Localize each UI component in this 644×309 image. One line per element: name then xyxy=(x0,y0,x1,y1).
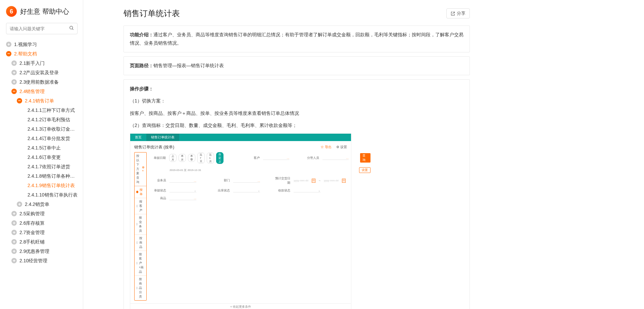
nav-item[interactable]: 2.9优惠券管理 xyxy=(6,247,78,256)
nav-item[interactable]: 2.3使用前数据准备 xyxy=(6,77,78,87)
nav-label: 2.4.2销货单 xyxy=(25,200,49,209)
nav-item[interactable]: 2.7资金管理 xyxy=(6,228,78,237)
nav-item[interactable]: 2.4.1.2订单毛利预估 xyxy=(6,115,78,124)
nav-item[interactable]: 2.8手机旺铺 xyxy=(6,237,78,247)
share-label: 分享 xyxy=(457,10,465,16)
expand-icon[interactable] xyxy=(11,230,17,235)
search-icon[interactable] xyxy=(69,26,74,32)
brand: 6 好生意 帮助中心 xyxy=(6,6,78,17)
expand-icon[interactable] xyxy=(11,60,17,66)
nav-label: 2.4销售管理 xyxy=(19,87,45,96)
main-content: 销售订单统计表 分享 功能介绍：通过客户、业务员、商品等维度查询销售订单的明细汇… xyxy=(83,0,644,309)
brand-text: 好生意 帮助中心 xyxy=(20,7,69,16)
nav-item[interactable]: 2.4.2销货单 xyxy=(6,200,78,209)
nav-item[interactable]: 2.6库存核算 xyxy=(6,218,78,228)
plan-option: 按业务员 xyxy=(135,214,146,234)
nav-item[interactable]: 2.帮助文档 xyxy=(6,49,78,58)
nav-tree: 1.视频学习2.帮助文档2.1新手入门2.2产品安装及登录2.3使用前数据准备2… xyxy=(6,40,78,265)
nav-label: 2.7资金管理 xyxy=(19,228,45,237)
nav-item[interactable]: 2.4销售管理 xyxy=(6,87,78,96)
step-2: （2）查询指标：交货日期、数量、成交金额、毛利、毛利率、累计收款金额等； xyxy=(130,121,463,130)
filter-plan-panel: 按以下方案查询⊕ « 按单按客户按业务员按商品按客户+商品按商品分类 xyxy=(134,152,147,301)
nav-item[interactable]: 2.2产品安装及登录 xyxy=(6,68,78,77)
nav-label: 2.4.1.1三种下订单方式 xyxy=(28,107,75,113)
share-button[interactable]: 分享 xyxy=(446,8,470,18)
nav-item[interactable]: 2.4.1.7依照订单进货 xyxy=(6,162,78,171)
nav-label: 2.4.1.3订单收取订金，销货单 xyxy=(28,126,78,132)
shot-tabs: 首页 销售订单统计表 xyxy=(130,134,351,141)
collapse-bar: « 收起更多条件 xyxy=(130,303,351,309)
nav-label: 2.4.1.2订单毛利预估 xyxy=(28,117,70,122)
nav-item[interactable]: 2.4.1.6订单变更 xyxy=(6,152,78,162)
lbl-status: 单据状态 xyxy=(149,188,166,193)
nav-item[interactable]: 2.4.1.1三种下订单方式 xyxy=(6,105,78,115)
expand-icon[interactable] xyxy=(11,79,17,85)
nav-item[interactable]: 2.4.1销售订单 xyxy=(6,96,78,105)
plan-option: 按单 xyxy=(135,186,146,198)
lbl-dept: 部门 xyxy=(213,178,230,183)
intro-lead: 功能介绍： xyxy=(130,32,153,37)
expand-icon[interactable] xyxy=(11,70,17,75)
lbl-out: 出库状态 xyxy=(213,188,230,193)
intro-card: 功能介绍：通过客户、业务员、商品等维度查询销售订单的明细汇总情况；有助于管理者了… xyxy=(123,26,470,52)
expand-icon[interactable] xyxy=(11,258,17,263)
nav-label: 2.4.1.10销售订单执行表 xyxy=(28,192,78,197)
screenshot-1: 首页 销售订单统计表 销售订单统计表 (按单) ☆ 导出 ⚙ 设置 按以下方案查… xyxy=(130,133,351,309)
date-pill: 本季 xyxy=(188,154,195,162)
search-box xyxy=(6,23,78,34)
path-card: 页面路径：销售管理—报表—销售订单统计表 xyxy=(123,56,470,75)
nav-label: 2.8手机旺铺 xyxy=(19,237,45,247)
shot-export: ☆ 导出 xyxy=(320,145,332,149)
lbl-goods: 商品 xyxy=(149,196,166,201)
nav-item[interactable]: 1.视频学习 xyxy=(6,40,78,49)
path-body: 销售管理—报表—销售订单统计表 xyxy=(153,63,224,68)
lbl-pay: 收款状态 xyxy=(274,188,290,193)
sidebar: 6 好生意 帮助中心 1.视频学习2.帮助文档2.1新手入门2.2产品安装及登录… xyxy=(0,0,83,309)
expand-icon[interactable] xyxy=(11,211,17,216)
nav-item[interactable]: 2.4.1.9销售订单统计表 xyxy=(6,181,78,190)
step-1-body: 按客户、按商品、按客户＋商品、按单、按业务员等维度来查看销售订单总体情况 xyxy=(130,109,463,118)
step-1: （1）切换方案： xyxy=(130,96,463,105)
svg-point-0 xyxy=(70,26,73,29)
nav-item[interactable]: 2.4.1.4订单分批发货 xyxy=(6,134,78,143)
date-pill: 本月 xyxy=(179,154,186,162)
nav-label: 1.视频学习 xyxy=(14,40,37,49)
expand-icon[interactable] xyxy=(6,42,11,47)
nav-label: 2.6库存核算 xyxy=(19,218,45,228)
expand-icon[interactable] xyxy=(17,202,22,207)
date-pill: 上月 xyxy=(169,154,177,162)
expand-icon[interactable] xyxy=(11,249,17,254)
date-pill: 自定义 xyxy=(216,152,224,164)
lbl-date: 单据日期 xyxy=(149,156,166,160)
shot-setting: ⚙ 设置 xyxy=(336,145,347,149)
collapse-icon[interactable] xyxy=(6,51,11,56)
btn-setting: 设置 xyxy=(359,167,370,173)
nav-item[interactable]: 2.4.1.5订单中止 xyxy=(6,143,78,152)
collapse-icon[interactable] xyxy=(17,98,22,103)
share-icon xyxy=(451,11,455,16)
nav-label: 2.5采购管理 xyxy=(19,209,45,218)
nav-label: 2.10经营管理 xyxy=(19,256,47,265)
filter-form: 单据日期 上月本月本季近7天近1月自定义 客户 … 分管人员 … 查询 xyxy=(149,152,370,301)
nav-label: 2.2产品安装及登录 xyxy=(19,68,59,77)
search-input[interactable] xyxy=(6,23,78,34)
nav-label: 2.4.1.7依照订单进货 xyxy=(28,164,70,169)
nav-label: 2.4.1.6订单变更 xyxy=(28,154,61,160)
nav-label: 2.9优惠券管理 xyxy=(19,247,49,256)
expand-icon[interactable] xyxy=(11,239,17,245)
nav-item[interactable]: 2.1新手入门 xyxy=(6,58,78,68)
nav-item[interactable]: 2.4.1.8销售订单各种状态 xyxy=(6,171,78,181)
date-pill: 近1月 xyxy=(207,152,214,164)
nav-item[interactable]: 2.5采购管理 xyxy=(6,209,78,218)
nav-item[interactable]: 2.4.1.3订单收取订金，销货单 xyxy=(6,124,78,134)
plan-option: 按商品分类 xyxy=(135,275,146,300)
logo-icon: 6 xyxy=(6,6,17,17)
nav-item[interactable]: 2.4.1.10销售订单执行表 xyxy=(6,190,78,200)
collapse-icon[interactable] xyxy=(11,89,17,94)
shot-tab-home: 首页 xyxy=(130,134,146,141)
nav-item[interactable]: 2.10经营管理 xyxy=(6,256,78,265)
expand-icon[interactable] xyxy=(11,220,17,226)
nav-label: 2.4.1销售订单 xyxy=(25,96,54,105)
nav-label: 2.4.1.4订单分批发货 xyxy=(28,136,70,141)
lbl-salesman: 业务员 xyxy=(149,178,166,183)
